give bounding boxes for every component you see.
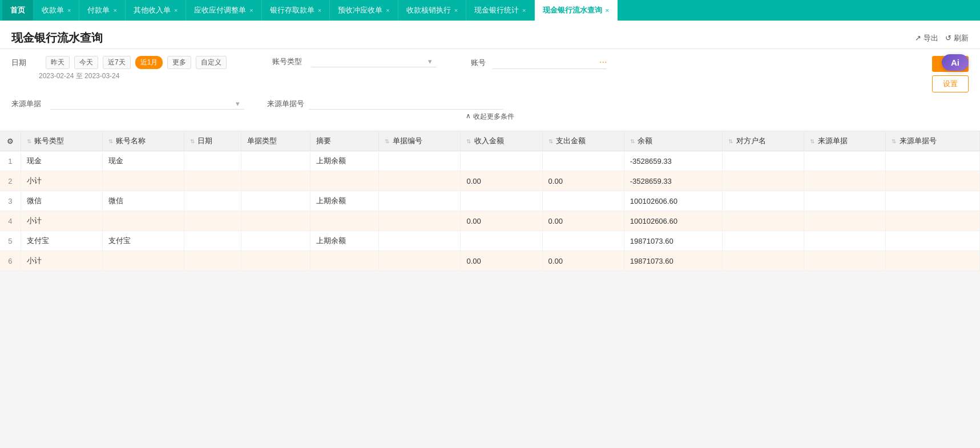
table-row: 3 微信 微信 上期余额 100102606.60 xyxy=(0,191,980,211)
cell-source-doc-no xyxy=(886,251,980,271)
account-dots-button[interactable]: ··· xyxy=(599,57,607,67)
date-btn-yesterday[interactable]: 昨天 xyxy=(46,56,70,69)
cell-balance: 100102606.60 xyxy=(624,191,722,211)
sort-icon: ⇅ xyxy=(466,138,471,144)
cell-source-doc-no xyxy=(886,211,980,231)
account-input-wrap: ··· xyxy=(493,56,607,69)
cell-balance: 19871073.60 xyxy=(624,231,722,251)
col-expense[interactable]: ⇅ 支出金额 xyxy=(542,131,624,151)
collapse-up-icon: ∧ xyxy=(466,112,471,122)
sort-icon: ⇅ xyxy=(385,138,389,144)
account-type-select[interactable]: ▾ xyxy=(311,56,437,67)
cell-date xyxy=(184,191,241,211)
col-date[interactable]: ⇅ 日期 xyxy=(184,131,241,151)
row-number: 5 xyxy=(0,231,21,251)
cell-income: 0.00 xyxy=(461,211,542,231)
cell-account-name xyxy=(102,211,184,231)
date-btn-today[interactable]: 今天 xyxy=(74,56,98,69)
ai-assistant-button[interactable]: Ai xyxy=(942,54,969,71)
dropdown-arrow-icon: ▾ xyxy=(428,57,432,66)
cell-date xyxy=(184,211,241,231)
collapse-button[interactable]: ∧ 收起更多条件 xyxy=(11,110,969,124)
cell-counterpart xyxy=(722,151,804,171)
data-table: ⚙ ⇅ 账号类型 ⇅ 账号名称 ⇅ 日期 单据类型 摘要 xyxy=(0,131,980,271)
sort-icon: ⇅ xyxy=(108,138,113,144)
cell-doc-no xyxy=(379,151,461,171)
cell-doc-type xyxy=(241,211,310,231)
refresh-button[interactable]: ↺ 刷新 xyxy=(945,33,969,43)
settings-button[interactable]: 设置 xyxy=(932,75,969,92)
cell-expense: 0.00 xyxy=(542,171,624,191)
cell-summary: 上期余额 xyxy=(310,231,379,251)
header-actions: ↗ 导出 ↺ 刷新 xyxy=(915,33,969,43)
nav-tab-label: 收款核销执行 xyxy=(406,5,451,15)
cell-summary xyxy=(310,251,379,271)
nav-tab-yinhangcuqukuan[interactable]: 银行存取款单 × xyxy=(262,0,330,21)
cell-date xyxy=(184,171,241,191)
close-icon[interactable]: × xyxy=(113,7,116,14)
nav-tab-yushoudan[interactable]: 预收冲应收单 × xyxy=(330,0,398,21)
export-label: 导出 xyxy=(923,33,938,43)
col-income[interactable]: ⇅ 收入金额 xyxy=(461,131,542,151)
close-icon[interactable]: × xyxy=(318,7,321,14)
cell-account-name: 现金 xyxy=(102,151,184,171)
close-icon[interactable]: × xyxy=(249,7,253,14)
cell-summary: 上期余额 xyxy=(310,191,379,211)
nav-tab-yingshoutiaozheng[interactable]: 应收应付调整单 × xyxy=(186,0,261,21)
close-icon[interactable]: × xyxy=(454,7,458,14)
account-input[interactable] xyxy=(493,58,597,67)
close-icon[interactable]: × xyxy=(606,7,609,14)
col-account-name[interactable]: ⇅ 账号名称 xyxy=(102,131,184,151)
nav-tab-label: 预收冲应收单 xyxy=(338,5,382,15)
cell-expense xyxy=(542,151,624,171)
cell-income xyxy=(461,231,542,251)
close-icon[interactable]: × xyxy=(522,7,526,14)
cell-income xyxy=(461,191,542,211)
cell-source-doc xyxy=(804,231,886,251)
nav-home[interactable]: 首页 xyxy=(2,0,34,21)
date-btn-more[interactable]: 更多 xyxy=(167,56,191,69)
col-balance[interactable]: ⇅ 余额 xyxy=(624,131,722,151)
nav-tab-liushuichaxun[interactable]: 现金银行流水查询 × xyxy=(535,0,618,21)
close-icon[interactable]: × xyxy=(67,7,71,14)
nav-tab-xianjintongji[interactable]: 现金银行统计 × xyxy=(466,0,534,21)
filter-area: 日期 昨天 今天 近7天 近1月 更多 自定义 2023-02-24 至 202… xyxy=(0,49,980,131)
date-btn-1month[interactable]: 近1月 xyxy=(135,56,163,69)
source-doc-label: 来源单据 xyxy=(11,99,46,109)
col-source-doc[interactable]: ⇅ 来源单据 xyxy=(804,131,886,151)
source-doc-no-label: 来源单据号 xyxy=(267,99,304,109)
nav-tab-label: 现金银行统计 xyxy=(474,5,519,15)
account-label: 账号 xyxy=(471,58,488,68)
close-icon[interactable]: × xyxy=(174,7,178,14)
refresh-label: 刷新 xyxy=(954,33,969,43)
date-range-display: 2023-02-24 至 2023-03-24 xyxy=(39,72,119,80)
col-doc-type: 单据类型 xyxy=(241,131,310,151)
cell-income: 0.00 xyxy=(461,171,542,191)
nav-tab-label: 其他收入单 xyxy=(134,5,171,15)
date-btn-7days[interactable]: 近7天 xyxy=(103,56,131,69)
nav-tab-shoukuanzhixing[interactable]: 收款核销执行 × xyxy=(398,0,466,21)
nav-tab-qitashouru[interactable]: 其他收入单 × xyxy=(126,0,186,21)
nav-tab-fukuandan[interactable]: 付款单 × xyxy=(79,0,125,21)
nav-tab-label: 现金银行流水查询 xyxy=(543,5,602,15)
cell-account-name xyxy=(102,251,184,271)
row-number: 4 xyxy=(0,211,21,231)
col-counterpart[interactable]: ⇅ 对方户名 xyxy=(722,131,804,151)
date-btn-custom[interactable]: 自定义 xyxy=(196,56,227,69)
col-account-type[interactable]: ⇅ 账号类型 xyxy=(21,131,102,151)
source-doc-no-input[interactable] xyxy=(309,99,503,108)
gear-settings-icon[interactable]: ⚙ xyxy=(7,137,14,146)
close-icon[interactable]: × xyxy=(386,7,389,14)
table-row: 1 现金 现金 上期余额 -3528659.33 xyxy=(0,151,980,171)
sort-icon: ⇅ xyxy=(630,138,635,144)
cell-doc-type xyxy=(241,151,310,171)
account-type-label: 账号类型 xyxy=(272,56,306,67)
nav-tab-shoukuandan[interactable]: 收款单 × xyxy=(34,0,79,21)
cell-source-doc-no xyxy=(886,191,980,211)
sort-icon: ⇅ xyxy=(892,138,896,144)
col-doc-no[interactable]: ⇅ 单据编号 xyxy=(379,131,461,151)
export-button[interactable]: ↗ 导出 xyxy=(915,33,938,43)
cell-doc-type xyxy=(241,171,310,191)
source-doc-select[interactable]: ▾ xyxy=(50,98,244,110)
col-source-doc-no[interactable]: ⇅ 来源单据号 xyxy=(886,131,980,151)
